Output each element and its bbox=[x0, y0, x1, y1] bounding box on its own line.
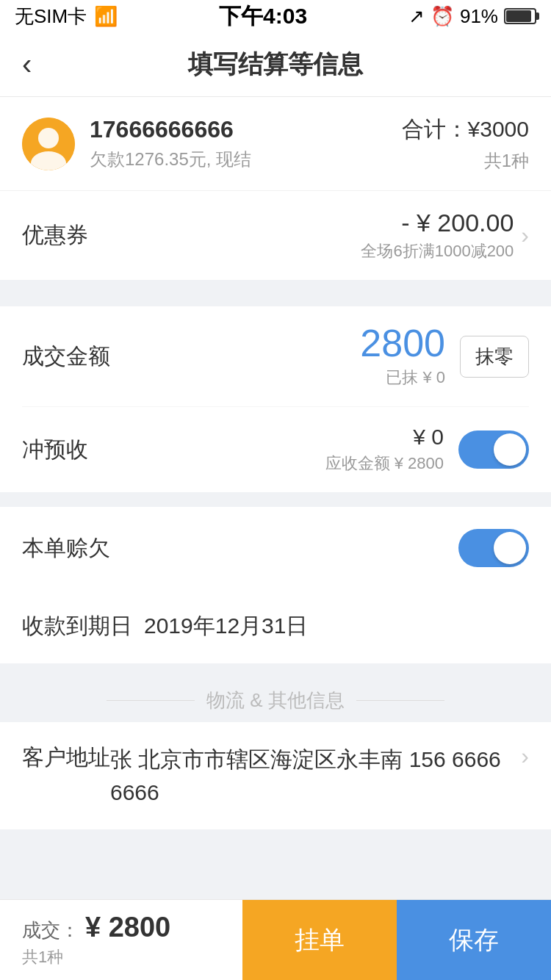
prepay-sub: 应收金额 ¥ 2800 bbox=[325, 453, 444, 475]
address-label: 客户地址 bbox=[22, 743, 110, 773]
back-button[interactable]: ‹ bbox=[15, 40, 39, 88]
svg-point-1 bbox=[38, 128, 59, 148]
address-row[interactable]: 客户地址 张 北京市市辖区海淀区永丰南 156 6666 6666 › bbox=[22, 722, 529, 829]
logistics-text: 物流 & 其他信息 bbox=[206, 688, 345, 713]
debt-toggle-knob bbox=[494, 532, 526, 564]
alarm-icon: ⏰ bbox=[431, 5, 454, 28]
total-label: 合计： bbox=[402, 117, 468, 141]
prepay-amount: ¥ 0 bbox=[325, 425, 444, 450]
user-debt: 欠款1276.35元, 现结 bbox=[90, 148, 251, 171]
duedate-label: 收款到期日 bbox=[22, 611, 132, 641]
user-right: 合计：¥3000 共1种 bbox=[402, 115, 529, 173]
coupon-row[interactable]: 优惠券 - ¥ 200.00 全场6折满1000减200 › bbox=[0, 190, 551, 280]
chevron-right-icon: › bbox=[521, 222, 529, 249]
logistics-line-right bbox=[356, 700, 444, 701]
deal-amount-info: 2800 已抹 ¥ 0 bbox=[360, 324, 445, 389]
debt-toggle[interactable] bbox=[458, 529, 529, 567]
user-count: 共1种 bbox=[402, 149, 529, 173]
deal-amount-sub: 已抹 ¥ 0 bbox=[360, 367, 445, 389]
user-info-row: 17666666666 欠款1276.35元, 现结 合计：¥3000 共1种 bbox=[0, 97, 551, 190]
coupon-right: - ¥ 200.00 全场6折满1000减200 › bbox=[361, 209, 529, 262]
deal-amount-row: 成交金额 2800 已抹 ¥ 0 抹零 bbox=[22, 306, 529, 407]
logistics-label: 物流 & 其他信息 bbox=[107, 688, 444, 713]
prepay-amount-info: ¥ 0 应收金额 ¥ 2800 bbox=[325, 425, 444, 475]
status-left: 无SIM卡 📶 bbox=[15, 4, 118, 29]
user-total: 合计：¥3000 bbox=[402, 115, 529, 145]
avatar bbox=[22, 118, 75, 170]
battery-icon bbox=[504, 8, 536, 24]
gray-divider-1 bbox=[0, 292, 551, 306]
prepay-row: 冲预收 ¥ 0 应收金额 ¥ 2800 bbox=[22, 407, 529, 492]
prepay-label: 冲预收 bbox=[22, 435, 88, 465]
deal-amount-right: 2800 已抹 ¥ 0 抹零 bbox=[360, 324, 529, 389]
bottom-deal: 成交： ¥ 2800 bbox=[22, 912, 220, 943]
deal-amount-label: 成交金额 bbox=[22, 342, 110, 372]
bottom-bar: 成交： ¥ 2800 共1种 挂单 保存 bbox=[0, 899, 551, 980]
toggle-knob bbox=[494, 433, 526, 466]
address-chevron-icon: › bbox=[521, 743, 529, 770]
gray-divider-3 bbox=[0, 663, 551, 678]
prepay-toggle[interactable] bbox=[458, 430, 529, 469]
round-button[interactable]: 抹零 bbox=[460, 336, 529, 378]
status-time: 下午4:03 bbox=[219, 1, 307, 32]
nav-bar: ‹ 填写结算等信息 bbox=[0, 32, 551, 97]
coupon-desc: 全场6折满1000减200 bbox=[361, 240, 514, 262]
bottom-count: 共1种 bbox=[22, 946, 220, 968]
logistics-line-left bbox=[107, 700, 195, 701]
total-amount: ¥3000 bbox=[468, 117, 529, 141]
status-right: ↗ ⏰ 91% bbox=[408, 5, 536, 28]
status-bar: 无SIM卡 📶 下午4:03 ↗ ⏰ 91% bbox=[0, 0, 551, 32]
address-value: 张 北京市市辖区海淀区永丰南 156 6666 6666 bbox=[110, 743, 514, 809]
page-title: 填写结算等信息 bbox=[188, 48, 363, 82]
user-phone: 17666666666 bbox=[90, 116, 251, 143]
debt-row: 本单赊欠 bbox=[22, 507, 529, 589]
user-info-section: 17666666666 欠款1276.35元, 现结 合计：¥3000 共1种 … bbox=[0, 97, 551, 280]
coupon-label: 优惠券 bbox=[22, 220, 88, 251]
debt-label: 本单赊欠 bbox=[22, 533, 110, 563]
debt-section: 本单赊欠 收款到期日 2019年12月31日 bbox=[0, 507, 551, 663]
avatar-icon bbox=[22, 118, 75, 170]
location-icon: ↗ bbox=[408, 5, 425, 28]
coupon-amount: - ¥ 200.00 bbox=[361, 209, 514, 237]
coupon-info: - ¥ 200.00 全场6折满1000减200 bbox=[361, 209, 514, 262]
bottom-deal-amount: ¥ 2800 bbox=[85, 912, 170, 943]
deal-section: 成交金额 2800 已抹 ¥ 0 抹零 冲预收 ¥ 0 应收金额 ¥ 2800 bbox=[0, 306, 551, 492]
gray-divider-2 bbox=[0, 492, 551, 507]
carrier-text: 无SIM卡 bbox=[15, 4, 87, 29]
hold-button[interactable]: 挂单 bbox=[242, 900, 397, 981]
deal-amount-num: 2800 bbox=[360, 324, 445, 362]
prepay-right: ¥ 0 应收金额 ¥ 2800 bbox=[325, 425, 529, 475]
address-section: 客户地址 张 北京市市辖区海淀区永丰南 156 6666 6666 › bbox=[0, 722, 551, 829]
user-details: 17666666666 欠款1276.35元, 现结 bbox=[90, 116, 251, 171]
wifi-icon: 📶 bbox=[94, 5, 118, 28]
bottom-deal-label: 成交： bbox=[22, 918, 79, 943]
save-button[interactable]: 保存 bbox=[397, 900, 551, 981]
logistics-divider: 物流 & 其他信息 bbox=[0, 678, 551, 722]
bottom-summary: 成交： ¥ 2800 共1种 bbox=[0, 912, 242, 968]
duedate-row: 收款到期日 2019年12月31日 bbox=[22, 589, 529, 663]
duedate-value: 2019年12月31日 bbox=[144, 611, 308, 641]
battery-percent: 91% bbox=[460, 5, 498, 28]
user-left: 17666666666 欠款1276.35元, 现结 bbox=[22, 116, 251, 171]
